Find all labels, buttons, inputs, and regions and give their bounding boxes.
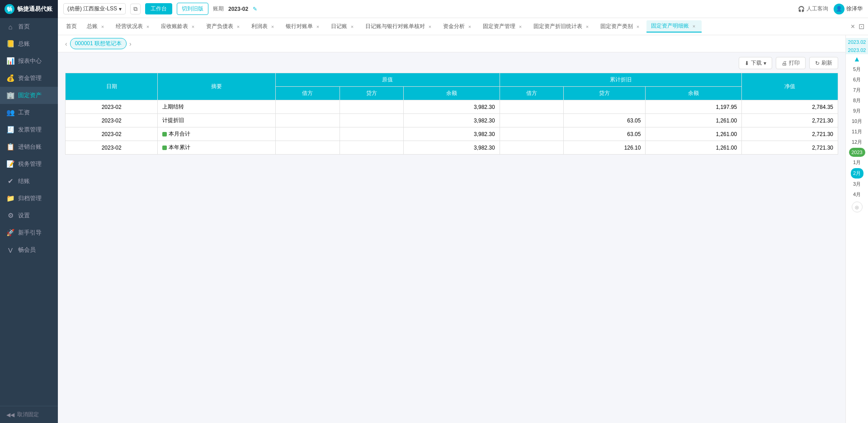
right-panel-month[interactable]: 10月 [846,116,868,127]
sidebar-item-home[interactable]: ⌂首页 [0,18,58,35]
tab-fixed-detail[interactable]: 固定资产明细账× [646,20,702,33]
table-row: 2023-02 上期结转 3,982.30 1,197.95 2,784.35 [66,100,838,114]
period-edit-icon[interactable]: ✎ [253,6,257,12]
sidebar-item-ledger[interactable]: 📒总账 [0,35,58,52]
tab-close-profit[interactable]: × [269,24,276,30]
tab-close-ledger[interactable]: × [99,24,106,30]
user-info[interactable]: 👤 徐泽华 [834,4,863,14]
sidebar-item-sales[interactable]: 📋进销台账 [0,138,58,155]
sidebar-item-funds[interactable]: 💰资金管理 [0,70,58,87]
print-button[interactable]: 🖨 打印 [776,57,806,69]
right-panel-month[interactable]: 12月 [846,137,868,147]
tab-close-fixed-deprec[interactable]: × [584,24,590,30]
right-panel-month[interactable]: 6月 [846,75,868,85]
right-panel-month[interactable]: 1月 [846,157,868,168]
month-up-button[interactable]: ▲ [854,55,861,63]
content-wrap: ‹ 000001 联想笔记本 › ⬇ 下载 ▾ 🖨 打印 [58,35,868,423]
right-panel-month[interactable]: 3月 [846,179,868,189]
cell-accum-credit: 63.05 [564,127,646,141]
sidebar-item-invoice[interactable]: 🧾发票管理 [0,121,58,138]
workbench-button[interactable]: 工作台 [145,3,172,14]
sidebar-item-payroll[interactable]: 👥工资 [0,104,58,121]
sidebar-item-label: 资金管理 [18,74,42,82]
sidebar-item-archive[interactable]: 📁归档管理 [0,190,58,207]
table-row: 2023-02 本年累计 3,982.30 126.10 1,261.00 2,… [66,141,838,155]
refresh-button[interactable]: ↻ 刷新 [809,57,838,69]
tab-fixed-category[interactable]: 固定资产类别× [596,21,646,32]
funds-icon: 💰 [6,74,14,82]
tab-close-fixed-detail[interactable]: × [691,23,697,29]
sidebar-item-settings[interactable]: ⚙设置 [0,207,58,224]
sub-nav-next[interactable]: › [129,40,132,47]
sidebar-unpin[interactable]: ◀◀ 取消固定 [0,406,58,423]
right-panel-month[interactable]: 4月 [846,189,868,200]
service-button[interactable]: 🎧 人工客询 [798,5,828,13]
tab-fixed-deprec[interactable]: 固定资产折旧统计表× [529,21,595,32]
right-panel-year1[interactable]: 2023.02 [846,38,868,46]
right-panel-year2[interactable]: 2023.02 [846,46,868,54]
tab-close-fixed-category[interactable]: × [635,24,641,30]
tab-profit[interactable]: 利润表× [247,21,280,32]
tab-fund-analysis[interactable]: 资金分析× [439,21,477,32]
tab-journal[interactable]: 日记账× [326,21,360,32]
tab-operating[interactable]: 经营状况表× [111,21,156,32]
right-panel-year-badge[interactable]: 2023 [849,148,865,157]
tab-label: 资产负债表 [206,23,233,30]
member-icon: V [6,246,14,254]
download-button[interactable]: ⬇ 下载 ▾ [739,57,772,69]
col-accumulated: 累计折旧 [500,73,741,87]
right-panel-month[interactable]: 9月 [846,106,868,116]
right-panel-scroll[interactable]: ◎ [852,202,863,212]
tab-bank[interactable]: 银行对账单× [281,21,326,32]
right-panel-month[interactable]: 8月 [846,95,868,106]
sub-nav-item-active[interactable]: 000001 联想笔记本 [70,38,127,49]
right-panel-month[interactable]: 5月 [846,64,868,75]
tab-ledger[interactable]: 总账× [82,21,110,32]
topbar-right: 🎧 人工客询 👤 徐泽华 [798,4,863,14]
sub-nav-prev[interactable]: ‹ [65,40,67,47]
tab-receivable[interactable]: 应收账龄表× [156,21,201,32]
tab-balance[interactable]: 资产负债表× [202,21,246,32]
sidebar-item-label: 工资 [18,108,30,117]
tab-close-receivable[interactable]: × [190,24,196,30]
right-panel-month[interactable]: 11月 [846,127,868,137]
cell-summary: 本年累计 [158,141,276,155]
tab-close-all[interactable]: × [851,23,855,31]
cell-accum-balance: 1,197.95 [646,100,742,114]
sidebar-item-tax[interactable]: 📝税务管理 [0,155,58,173]
tab-close-fund-analysis[interactable]: × [467,24,473,30]
copy-button[interactable]: ⧉ [130,4,141,14]
sidebar-item-label: 首页 [18,23,30,31]
cell-orig-balance: 3,982.30 [403,114,500,127]
sidebar-item-member[interactable]: V畅会员 [0,241,58,258]
sidebar-item-settle[interactable]: ✔结账 [0,173,58,190]
cell-accum-debit [500,100,563,114]
col-orig-debit: 借方 [276,87,340,100]
sidebar-item-fixed-assets[interactable]: 🏢固定资产 [0,87,58,104]
tab-close-operating[interactable]: × [145,24,151,30]
cell-accum-credit: 63.05 [564,114,646,127]
cell-accum-debit [500,114,563,127]
right-panel-month[interactable]: 2月 [851,168,863,179]
sidebar-item-reports[interactable]: 📊报表中心 [0,52,58,70]
tab-close-journal[interactable]: × [349,24,355,30]
logo-text: 畅捷通易代账 [17,5,52,13]
switch-version-button[interactable]: 切到旧版 [177,3,208,15]
tab-close-balance[interactable]: × [235,24,241,30]
tab-maximize[interactable]: ⊡ [859,22,864,31]
tab-close-bank[interactable]: × [315,24,321,30]
company-selector[interactable]: (劝册) 江西服业-LSS ▾ [63,3,126,14]
main-content: ‹ 000001 联想笔记本 › ⬇ 下载 ▾ 🖨 打印 [58,35,845,423]
sidebar-item-label: 设置 [18,212,30,220]
tax-icon: 📝 [6,160,14,168]
right-panel-month[interactable]: 7月 [846,85,868,95]
tab-fixed-mgmt[interactable]: 固定资产管理× [478,21,528,32]
tab-label: 固定资产明细账 [651,22,689,30]
tab-close-journal-bank[interactable]: × [427,24,433,30]
tab-journal-bank[interactable]: 日记账与银行对账单核对× [361,21,438,32]
tab-close-fixed-mgmt[interactable]: × [517,24,524,30]
cell-date: 2023-02 [66,100,158,114]
tab-home[interactable]: 首页 [61,21,81,32]
sidebar-item-guide[interactable]: 🚀新手引导 [0,224,58,241]
print-icon: 🖨 [782,60,787,66]
